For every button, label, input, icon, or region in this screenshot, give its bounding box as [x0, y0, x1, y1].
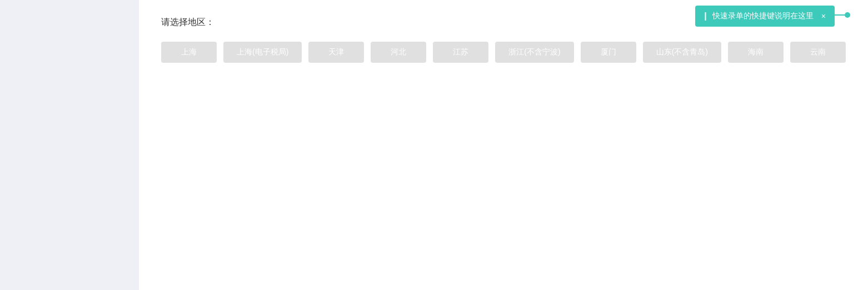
region-button-jiangsu[interactable]: 江苏	[433, 42, 488, 63]
tooltip-close-button[interactable]: ×	[821, 12, 826, 21]
region-button-hainan[interactable]: 海南	[728, 42, 784, 63]
region-button-hebei[interactable]: 河北	[371, 42, 426, 63]
region-button-yunnan[interactable]: 云南	[790, 42, 846, 63]
main-content: 请选择地区： 上海上海(电子税局)天津河北江苏浙江(不含宁波)厦门山东(不含青岛…	[139, 0, 868, 290]
tooltip-text: 快速录单的快捷键说明在这里	[712, 11, 814, 21]
region-button-zhejiang[interactable]: 浙江(不含宁波)	[495, 42, 573, 63]
region-button-shandong[interactable]: 山东(不含青岛)	[643, 42, 721, 63]
tooltip-line	[834, 14, 845, 16]
region-button-xiamen[interactable]: 厦门	[581, 42, 636, 63]
region-button-shanghai[interactable]: 上海	[161, 42, 217, 63]
region-grid: 上海上海(电子税局)天津河北江苏浙江(不含宁波)厦门山东(不含青岛)海南云南	[161, 42, 846, 63]
left-sidebar	[0, 0, 139, 290]
region-button-tianjin[interactable]: 天津	[308, 42, 364, 63]
tooltip-banner[interactable]: 快速录单的快捷键说明在这里 ×	[695, 6, 835, 27]
region-button-shanghai-etax[interactable]: 上海(电子税局)	[223, 42, 302, 63]
tooltip-dot	[845, 12, 850, 18]
